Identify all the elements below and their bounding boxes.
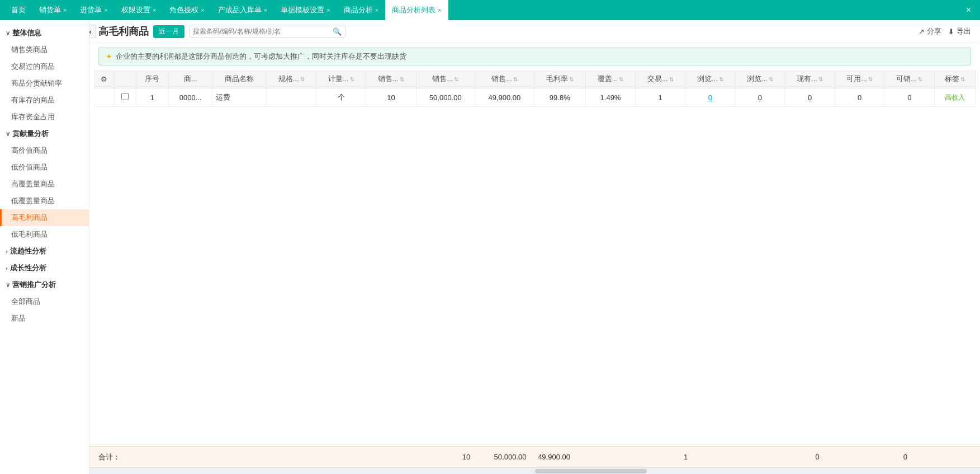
sidebar-group-label-2: 流趋性分析 [10, 246, 46, 256]
table-wrapper: ⚙序号商...商品名称规格...⇅计量...⇅销售...⇅销售...⇅销售...… [89, 70, 980, 446]
sort-icon-transaction: ⇅ [669, 76, 674, 82]
col-header-unit[interactable]: 计量...⇅ [316, 70, 366, 88]
export-button[interactable]: ⬇ 导出 [948, 26, 971, 36]
sidebar-group-0[interactable]: ∨整体信息 [0, 25, 89, 41]
col-header-code[interactable]: 商... [168, 70, 212, 88]
col-header-available_stock[interactable]: 可用...⇅ [835, 70, 884, 88]
sidebar-item-0-2[interactable]: 商品分贡献销率 [0, 75, 89, 92]
cell-checkbox-0[interactable] [114, 88, 136, 107]
sidebar-item-0-4[interactable]: 库存资金占用 [0, 109, 89, 125]
sidebar-collapse-button[interactable]: « [89, 25, 96, 38]
col-header-settings[interactable]: ⚙ [94, 70, 114, 88]
sidebar-item-4-0[interactable]: 全部商品 [0, 293, 89, 310]
nav-item-5[interactable]: 产成品入库单 × [211, 0, 274, 20]
settings-icon[interactable]: ⚙ [101, 75, 107, 83]
nav-close-7[interactable]: × [375, 7, 378, 13]
col-header-index[interactable]: 序号 [136, 70, 168, 88]
close-window-button[interactable]: × [962, 5, 976, 15]
info-icon: ✦ [106, 52, 112, 61]
nav-close-1[interactable]: × [63, 7, 67, 13]
nav-item-7[interactable]: 商品分析 × [337, 0, 385, 20]
page-title: 高毛利商品 [98, 25, 149, 38]
content-area: « 高毛利商品 近一月 🔍 ↗ 分享 ⬇ 导出 ✦ 企业的主要的利润都是这部 [89, 20, 980, 474]
cell-current_stock-0: 0 [785, 88, 835, 107]
footer-cell-transaction: 1 [664, 453, 708, 461]
cell-code-0: 0000... [168, 88, 212, 107]
sidebar-item-1-4[interactable]: 高毛利商品 [0, 209, 89, 226]
cell-view2-0: 0 [735, 88, 785, 107]
cell-sales_amount-0: 50,000.00 [416, 88, 475, 107]
nav-item-3[interactable]: 权限设置 × [115, 0, 163, 20]
sidebar-group-label-4: 营销推广分析 [12, 280, 56, 290]
nav-close-5[interactable]: × [264, 7, 267, 13]
share-button[interactable]: ↗ 分享 [919, 26, 941, 36]
nav-item-0[interactable]: 首页 [4, 0, 32, 20]
horizontal-scrollbar[interactable] [89, 467, 980, 474]
col-header-spec[interactable]: 规格...⇅ [267, 70, 316, 88]
col-header-tag[interactable]: 标签⇅ [934, 70, 975, 88]
nav-item-8[interactable]: 商品分析列表 × [385, 0, 448, 20]
search-input[interactable] [193, 27, 333, 35]
sidebar-item-1-0[interactable]: 高价值商品 [0, 142, 89, 159]
period-button[interactable]: 近一月 [153, 25, 184, 38]
col-header-sales_profit[interactable]: 销售...⇅ [475, 70, 534, 88]
sidebar-item-1-2[interactable]: 高覆盖量商品 [0, 176, 89, 193]
content-header: « 高毛利商品 近一月 🔍 ↗ 分享 ⬇ 导出 [89, 20, 980, 43]
footer-cell-checkbox [181, 453, 225, 461]
sort-icon-tag: ⇅ [960, 76, 965, 82]
sidebar-group-4[interactable]: ∨营销推广分析 [0, 276, 89, 293]
col-header-view1[interactable]: 浏览...⇅ [685, 70, 735, 88]
sidebar-group-2[interactable]: ›流趋性分析 [0, 243, 89, 260]
footer-cell-gross_margin [576, 453, 620, 461]
col-header-name[interactable]: 商品名称 [212, 70, 267, 88]
sidebar-item-1-5[interactable]: 低毛利商品 [0, 226, 89, 243]
sidebar-item-0-3[interactable]: 有库存的商品 [0, 92, 89, 109]
sidebar-group-3[interactable]: ›成长性分析 [0, 260, 89, 276]
row-checkbox-0[interactable] [121, 93, 129, 100]
nav-close-3[interactable]: × [153, 7, 156, 13]
search-box: 🔍 [189, 26, 345, 37]
nav-item-6[interactable]: 单据模板设置 × [274, 0, 337, 20]
sidebar-group-label-0: 整体信息 [12, 28, 41, 38]
sort-icon-coverage: ⇅ [619, 76, 623, 82]
search-icon[interactable]: 🔍 [333, 27, 342, 36]
col-header-sales_amount[interactable]: 销售...⇅ [416, 70, 475, 88]
group-arrow-4: ∨ [6, 281, 10, 289]
col-header-view2[interactable]: 浏览...⇅ [735, 70, 785, 88]
col-header-gross_margin[interactable]: 毛利率⇅ [534, 70, 585, 88]
sidebar-item-0-0[interactable]: 销售类商品 [0, 41, 89, 58]
sidebar-group-1[interactable]: ∨贡献量分析 [0, 125, 89, 142]
sidebar-item-1-1[interactable]: 低价值商品 [0, 159, 89, 176]
group-arrow-0: ∨ [6, 30, 10, 37]
col-header-current_stock[interactable]: 现有...⇅ [785, 70, 835, 88]
sidebar-item-0-1[interactable]: 交易过的商品 [0, 58, 89, 75]
nav-item-4[interactable]: 角色授权 × [163, 0, 211, 20]
sidebar-item-1-3[interactable]: 低覆盖量商品 [0, 193, 89, 209]
footer-cell-unit [400, 453, 444, 461]
nav-close-6[interactable]: × [326, 7, 330, 13]
sort-icon-sales_qty: ⇅ [400, 76, 404, 82]
nav-item-2[interactable]: 进货单 × [73, 0, 114, 20]
col-header-sellable_stock[interactable]: 可销...⇅ [884, 70, 934, 88]
cell-settings-0[interactable] [94, 88, 114, 107]
cell-sellable_stock-0: 0 [884, 88, 934, 107]
footer-cell-tag [927, 453, 972, 461]
col-header-coverage[interactable]: 覆盖...⇅ [585, 70, 635, 88]
col-header-transaction[interactable]: 交易...⇅ [636, 70, 685, 88]
cell-sales_profit-0: 49,900.00 [475, 88, 534, 107]
nav-close-8[interactable]: × [438, 7, 441, 13]
nav-close-2[interactable]: × [104, 7, 107, 13]
view1-link[interactable]: 0 [708, 93, 712, 102]
sidebar: ∨整体信息销售类商品交易过的商品商品分贡献销率有库存的商品库存资金占用∨贡献量分… [0, 20, 89, 474]
scrollbar-thumb[interactable] [535, 469, 647, 473]
footer-cell-sales_qty: 10 [444, 453, 489, 461]
sidebar-item-4-1[interactable]: 新品 [0, 310, 89, 327]
sidebar-group-label-3: 成长性分析 [10, 263, 46, 273]
nav-item-1[interactable]: 销货单 × [32, 0, 73, 20]
nav-close-4[interactable]: × [201, 7, 204, 13]
cell-view1-0[interactable]: 0 [685, 88, 735, 107]
col-header-checkbox[interactable] [114, 70, 136, 88]
group-arrow-1: ∨ [6, 130, 10, 138]
footer-cell-index [225, 453, 269, 461]
col-header-sales_qty[interactable]: 销售...⇅ [366, 70, 416, 88]
